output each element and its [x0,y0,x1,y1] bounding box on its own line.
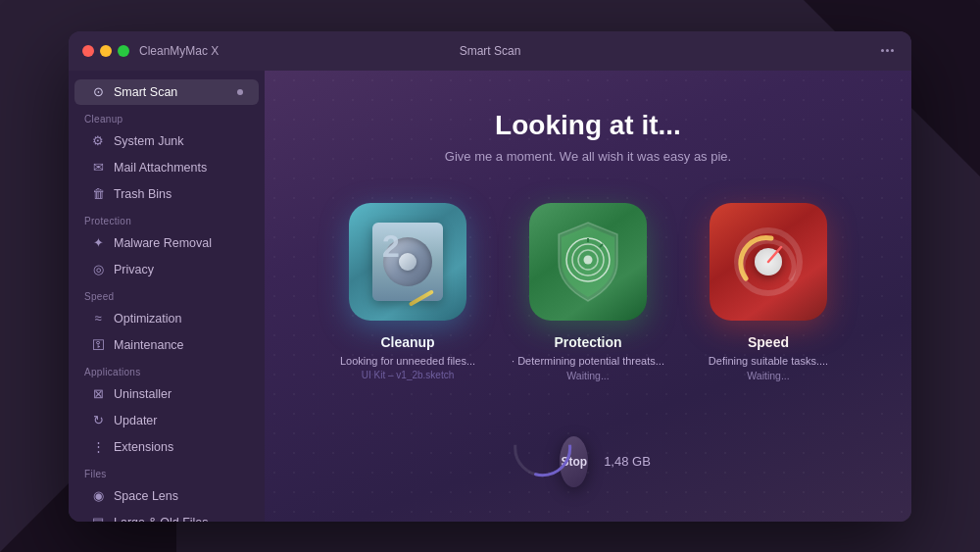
hdd-arm [409,289,434,306]
cleanup-card-status: UI Kit – v1_2b.sketch [362,370,455,380]
speed-card-title: Speed [748,334,789,350]
minimize-button[interactable] [100,45,112,57]
cleanup-card-desc: Looking for unneeded files... [340,355,475,367]
progress-ring-background [515,444,570,475]
title-bar: CleanMyMac X Smart Scan [69,31,911,71]
speed-card-icon [710,203,827,321]
sidebar: ⊙ Smart Scan Cleanup ⚙ System Junk ✉ Mai… [69,71,265,522]
speed-card-desc: Defining suitable tasks.... [709,355,828,367]
protection-card: Protection · Determining potential threa… [510,203,666,381]
svg-point-3 [584,255,593,264]
sidebar-item-mail-attachments[interactable]: ✉ Mail Attachments [74,155,259,180]
extensions-icon: ⋮ [90,439,106,455]
cleanup-card-icon: 2 [349,203,466,321]
sidebar-item-uninstaller[interactable]: ⊠ Uninstaller [74,381,259,407]
sidebar-item-extensions[interactable]: ⋮ Extensions [74,434,259,460]
uninstaller-icon: ⊠ [90,386,106,402]
section-protection: Protection [69,208,265,229]
protection-card-status: Waiting... [566,370,609,381]
sidebar-item-label: Uninstaller [114,387,172,401]
cards-row: 2 Cleanup Looking for unneeded files... … [329,203,847,381]
sidebar-item-malware-removal[interactable]: ✦ Malware Removal [74,230,259,256]
sidebar-item-optimization[interactable]: ≈ Optimization [74,306,259,331]
system-junk-icon: ⚙ [90,133,106,149]
section-speed: Speed [69,283,265,305]
sidebar-item-label: Mail Attachments [114,161,207,175]
space-lens-icon: ◉ [90,488,106,504]
sidebar-item-label: Space Lens [114,489,178,503]
svg-line-6 [768,247,781,262]
sidebar-item-label: Optimization [114,312,181,326]
speed-card: Speed Defining suitable tasks.... Waitin… [690,203,847,381]
section-cleanup: Cleanup [69,106,265,127]
sidebar-item-trash-bins[interactable]: 🗑 Trash Bins [74,181,259,207]
progress-ring-fill [515,444,570,475]
app-name: CleanMyMac X [139,44,219,58]
privacy-icon: ◎ [90,262,106,277]
section-files: Files [69,461,265,482]
maintenance-icon: ⚿ [90,337,106,353]
scan-icon: ⊙ [90,84,106,100]
sidebar-item-system-junk[interactable]: ⚙ System Junk [74,128,259,154]
sidebar-item-label: System Junk [114,134,184,148]
gauge-container [729,223,808,301]
window-title: Smart Scan [460,44,521,58]
malware-icon: ✦ [90,235,106,251]
large-files-icon: ▤ [90,515,106,522]
protection-card-icon [529,203,647,321]
speed-card-status: Waiting... [747,370,789,381]
sidebar-item-label: Large & Old Files [114,516,209,522]
sidebar-item-label: Smart Scan [114,85,177,99]
section-applications: Applications [69,359,265,380]
gauge-svg [734,227,803,296]
main-subtitle: Give me a moment. We all wish it was eas… [445,149,731,164]
app-window: CleanMyMac X Smart Scan ⊙ Smart Scan Cle… [69,31,911,522]
sidebar-item-large-old-files[interactable]: ▤ Large & Old Files [74,510,259,522]
settings-button[interactable] [876,43,898,59]
sidebar-item-space-lens[interactable]: ◉ Space Lens [74,483,259,509]
protection-card-title: Protection [554,334,621,350]
close-button[interactable] [82,45,94,57]
stop-size-label: 1,48 GB [604,454,651,469]
sidebar-item-label: Updater [114,414,157,427]
hdd-number: 2 [382,228,400,265]
main-title: Looking at it... [495,110,681,141]
sidebar-item-label: Extensions [114,440,173,454]
sidebar-item-maintenance[interactable]: ⚿ Maintenance [74,332,259,358]
protection-card-desc: · Determining potential threats... [512,355,664,367]
cleanup-card: 2 Cleanup Looking for unneeded files... … [329,203,486,380]
maximize-button[interactable] [118,45,129,57]
progress-ring-svg [512,444,574,478]
sidebar-item-smart-scan[interactable]: ⊙ Smart Scan [74,79,259,105]
hdd-center [399,253,416,271]
stop-button-wrapper: Stop [525,430,588,493]
updater-icon: ↻ [90,413,106,428]
sidebar-item-label: Trash Bins [114,187,172,201]
traffic-lights [82,45,129,57]
cleanup-card-title: Cleanup [380,334,434,350]
stop-area: Stop 1,48 GB [525,430,651,493]
sidebar-item-privacy[interactable]: ◎ Privacy [74,257,259,282]
optimization-icon: ≈ [90,311,106,326]
hdd-body: 2 [372,223,443,301]
trash-icon: 🗑 [90,186,106,202]
active-indicator [237,89,243,95]
sidebar-item-label: Malware Removal [114,236,212,250]
content-area: Looking at it... Give me a moment. We al… [265,71,911,522]
main-content: ⊙ Smart Scan Cleanup ⚙ System Junk ✉ Mai… [69,71,911,522]
mail-icon: ✉ [90,160,106,176]
shield-svg [549,219,627,305]
sidebar-item-updater[interactable]: ↻ Updater [74,408,259,433]
sidebar-item-label: Maintenance [114,338,184,352]
sidebar-item-label: Privacy [114,263,154,276]
